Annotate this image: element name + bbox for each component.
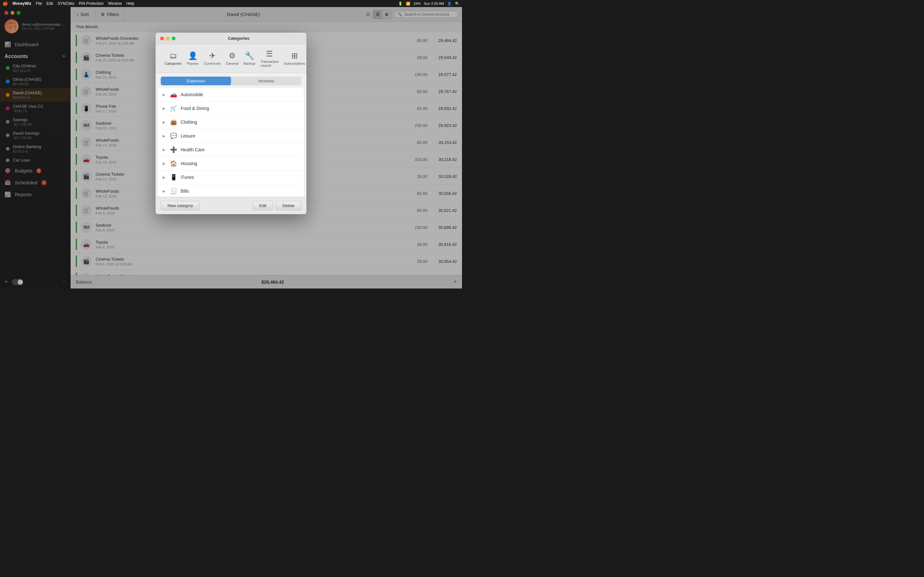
user-icon: 👤 xyxy=(447,2,452,6)
syncbits-menu[interactable]: SYNCbits xyxy=(58,1,74,6)
category-list: ▶ 🚗 Automobile ▶ 🛒 Food & Dining ▶ 👜 Clo… xyxy=(158,88,304,197)
backup-tool-icon: 🔧 xyxy=(245,51,254,60)
menubar: 🍎 MoneyWiz File Edit SYNCbits PIN Protec… xyxy=(0,0,462,7)
category-name: Automobile xyxy=(181,92,203,97)
category-name: Housing xyxy=(181,161,197,166)
tool-transaction-layout[interactable]: ☰ Transaction Layout xyxy=(258,48,281,69)
currencies-tool-icon: ✈ xyxy=(209,51,216,60)
category-icon: ➕ xyxy=(170,146,178,153)
battery-percent: 24% xyxy=(414,2,421,5)
chevron-right-icon: ▶ xyxy=(163,189,166,193)
payees-tool-icon: 👤 xyxy=(188,51,198,60)
general-tool-icon: ⚙ xyxy=(229,51,236,60)
modal-overlay[interactable]: Categories 🗂 Categories 👤 Payees ✈ Curre… xyxy=(0,7,462,288)
category-icon: 💬 xyxy=(170,132,178,139)
chevron-right-icon: ▶ xyxy=(163,106,166,111)
tool-currencies[interactable]: ✈ Currencies xyxy=(201,50,223,67)
incomes-toggle-btn[interactable]: Incomes xyxy=(231,77,301,85)
chevron-right-icon: ▶ xyxy=(163,134,166,138)
category-name: iTunes xyxy=(181,175,194,180)
list-item[interactable]: ▶ 💬 Leisure xyxy=(158,129,304,143)
category-icon: 🧾 xyxy=(170,187,178,195)
modal-title: Categories xyxy=(176,36,302,41)
delete-button[interactable]: Delete xyxy=(276,201,301,210)
list-item[interactable]: ▶ 🚗 Automobile xyxy=(158,88,304,102)
list-item[interactable]: ▶ 🛒 Food & Dining xyxy=(158,102,304,115)
modal-toolbar: 🗂 Categories 👤 Payees ✈ Currencies ⚙ Gen… xyxy=(156,44,306,73)
wifi-icon: 📶 xyxy=(406,2,410,6)
subscriptions-tool-icon: ⊞ xyxy=(291,51,298,60)
category-name: Bills xyxy=(181,189,189,193)
category-name: Health Care xyxy=(181,147,205,152)
category-icon: 👜 xyxy=(170,119,178,126)
search-menubar-icon[interactable]: 🔍 xyxy=(455,2,459,6)
modal-titlebar: Categories xyxy=(156,33,306,44)
category-type-toggle: Expenses Incomes xyxy=(161,77,301,85)
category-icon: 🛒 xyxy=(170,105,178,112)
modal-maximize[interactable] xyxy=(172,37,176,40)
app-container: 🏹 demo.us@moneywizapp.c... Feb 21, 2016,… xyxy=(0,7,462,288)
chevron-right-icon: ▶ xyxy=(163,148,166,152)
datetime: Sun 2:05 AM xyxy=(424,2,444,5)
list-item[interactable]: ▶ 👜 Clothing xyxy=(158,115,304,129)
transaction-layout-tool-icon: ☰ xyxy=(266,49,273,58)
tool-backup[interactable]: 🔧 Backup xyxy=(241,50,258,67)
tool-payees[interactable]: 👤 Payees xyxy=(184,50,201,67)
battery-icon: 🔋 xyxy=(398,2,403,6)
window-menu[interactable]: Window xyxy=(108,1,122,6)
category-name: Clothing xyxy=(181,119,197,125)
chevron-right-icon: ▶ xyxy=(163,93,166,97)
category-name: Food & Dining xyxy=(181,106,209,111)
list-item[interactable]: ▶ 🏠 Housing xyxy=(158,157,304,171)
tool-general[interactable]: ⚙ General xyxy=(223,50,241,67)
modal-minimize[interactable] xyxy=(166,37,170,40)
category-icon: 🚗 xyxy=(170,91,178,98)
chevron-right-icon: ▶ xyxy=(163,161,166,166)
tool-subscriptions[interactable]: ⊞ Subscriptions xyxy=(281,50,306,67)
category-icon: 🏠 xyxy=(170,160,178,167)
category-icon: 📱 xyxy=(170,174,178,181)
chevron-right-icon: ▶ xyxy=(163,120,166,124)
list-item[interactable]: ▶ 📱 iTunes xyxy=(158,171,304,184)
expenses-toggle-btn[interactable]: Expenses xyxy=(161,77,231,85)
app-menu[interactable]: MoneyWiz xyxy=(13,1,31,6)
new-category-button[interactable]: New category xyxy=(161,201,200,210)
file-menu[interactable]: File xyxy=(36,1,42,6)
tool-categories[interactable]: 🗂 Categories xyxy=(162,50,184,67)
apple-menu[interactable]: 🍎 xyxy=(3,1,8,6)
categories-tool-icon: 🗂 xyxy=(170,51,177,60)
categories-modal: Categories 🗂 Categories 👤 Payees ✈ Curre… xyxy=(156,33,306,214)
modal-close[interactable] xyxy=(160,37,164,40)
category-name: Leisure xyxy=(181,133,195,139)
pin-protection-menu[interactable]: PIN Protection xyxy=(79,1,103,6)
list-item[interactable]: ▶ 🧾 Bills xyxy=(158,184,304,197)
edit-button[interactable]: Edit xyxy=(252,201,273,210)
modal-footer: New category Edit Delete xyxy=(156,197,306,214)
edit-menu[interactable]: Edit xyxy=(47,1,53,6)
list-item[interactable]: ▶ ➕ Health Care xyxy=(158,143,304,157)
chevron-right-icon: ▶ xyxy=(163,175,166,179)
help-menu[interactable]: Help xyxy=(126,1,134,6)
